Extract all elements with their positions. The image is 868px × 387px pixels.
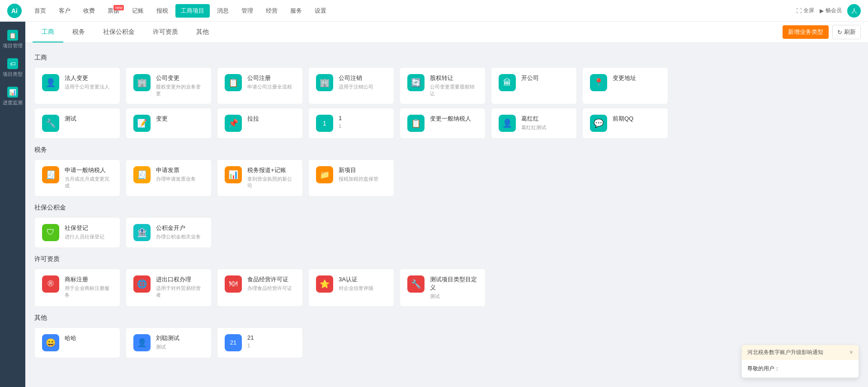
card-21[interactable]: 21 21 1: [217, 327, 303, 358]
card-icon-company-cancel: 🏢: [316, 74, 333, 91]
card-title: 公积金开户: [156, 224, 204, 232]
card-title: 食品经营许可证: [247, 275, 295, 284]
card-icon-company-register: 📋: [225, 74, 242, 91]
nav-service[interactable]: 服务: [285, 4, 307, 18]
refresh-button[interactable]: ↻ 刷新: [832, 25, 861, 39]
card-tax-report-bookkeeping[interactable]: 📊 税务报道+记账 拿到营业执照的新公司: [217, 159, 303, 196]
nav-settings[interactable]: 设置: [309, 4, 332, 18]
card-gehonghong[interactable]: 👤 葛红红 葛红红测试: [491, 108, 577, 139]
card-icon-haha: 😄: [42, 334, 59, 351]
card-title: 开公司: [521, 74, 569, 82]
refresh-icon: ↻: [837, 29, 842, 36]
main-content: 工商 税务 社保公积金 许可资质 其他 新增业务类型 ↻ 刷新 工商 👤 法人变…: [25, 22, 868, 387]
section-title-gongshang: 工商: [34, 54, 859, 62]
card-desc: 办理食品经营许可证: [247, 285, 295, 292]
card-desc: 报税加税控盘保管: [339, 176, 387, 182]
card-icon-import-export: 🌐: [133, 275, 151, 293]
card-icon-open-company: 🏛: [499, 74, 516, 91]
tab-social[interactable]: 社保公积金: [94, 22, 144, 42]
nav-invoice[interactable]: 票据 new: [102, 4, 125, 18]
card-new-project[interactable]: 📁 新项目 报税加税控盘保管: [308, 159, 394, 196]
card-company-register[interactable]: 📋 公司注册 申请公司注册全流程: [217, 67, 303, 104]
card-haha[interactable]: 😄 哈哈: [34, 327, 120, 358]
card-test-type-def[interactable]: 🔧 测试项目类型目定义 测试: [400, 269, 486, 307]
card-change-address[interactable]: 📍 变更地址: [582, 67, 668, 104]
nav-industry[interactable]: 工商项目: [175, 4, 210, 18]
sidebar-item-project-mgmt[interactable]: 📋 项目管理: [0, 25, 25, 54]
card-title: 申请一般纳税人: [65, 166, 113, 174]
card-icon-new-project: 📁: [316, 166, 333, 183]
card-desc: 办理公积金相关业务: [156, 233, 204, 240]
sidebar-item-project-type[interactable]: 🏷 项目类型: [0, 54, 25, 82]
avatar[interactable]: 人: [847, 4, 861, 18]
card-open-company[interactable]: 🏛 开公司: [491, 67, 577, 104]
nav-customer[interactable]: 客户: [53, 4, 76, 18]
sidebar-item-progress[interactable]: 📊 进度监测: [0, 82, 25, 111]
card-title: 公司注册: [247, 74, 295, 82]
new-type-button[interactable]: 新增业务类型: [783, 25, 829, 39]
notification-close-btn[interactable]: ×: [849, 349, 853, 356]
nav-operation[interactable]: 经营: [260, 4, 283, 18]
card-num1[interactable]: 1 1 1: [308, 108, 394, 139]
nav-items: 首页 客户 收费 票据 new 记账 报税 工商项目 消息 管理 经营 服务 设…: [29, 4, 796, 18]
card-company-change[interactable]: 🏢 公司变更 股权变更外的业务变更: [126, 67, 212, 104]
card-icon-num1: 1: [316, 115, 333, 132]
card-apply-invoice[interactable]: 🧾 申请发票 办理申请发票业务: [126, 159, 212, 196]
card-trademark[interactable]: ® 商标注册 用于企业商标注册服务: [34, 269, 120, 307]
card-legal-change[interactable]: 👤 法人变更 适用于公司变更法人: [34, 67, 120, 104]
card-icon-legal-change: 👤: [42, 74, 59, 91]
card-desc: 测试: [156, 344, 204, 350]
nav-tax[interactable]: 报税: [151, 4, 174, 18]
nav-home[interactable]: 首页: [29, 4, 52, 18]
tab-industry[interactable]: 工商: [33, 22, 63, 42]
card-test[interactable]: 🔧 测试: [34, 108, 120, 139]
card-icon-provident-account: 🏦: [133, 224, 151, 241]
card-import-export[interactable]: 🌐 进出口权办理 适用于对外贸易经营者: [126, 269, 212, 307]
card-desc: 公司变更需要股权转让: [430, 84, 478, 98]
nav-billing[interactable]: 收费: [78, 4, 100, 18]
card-icon-apply-general-tax: 🧾: [42, 166, 59, 183]
tab-license[interactable]: 许可资质: [144, 22, 187, 42]
card-title: 变更: [156, 115, 204, 123]
card-company-cancel[interactable]: 🏢 公司注销 适用于注销公司: [308, 67, 394, 104]
card-desc: 适用于公司变更法人: [65, 84, 113, 90]
card-social-register[interactable]: 🛡 社保登记 进行人员社保登记: [34, 217, 120, 248]
card-desc: 适用于对外贸易经营者: [156, 285, 204, 299]
card-icon-change-general-tax: 📋: [407, 115, 425, 132]
card-lala[interactable]: 📌 拉拉: [217, 108, 303, 139]
card-icon-3a-cert: ⭐: [316, 275, 333, 293]
card-icon-liucong-test: 👤: [133, 334, 151, 351]
nav-message[interactable]: 消息: [212, 4, 234, 18]
card-icon-apply-invoice: 🧾: [133, 166, 151, 183]
card-title: 变更地址: [613, 74, 660, 82]
card-change-general-tax[interactable]: 📋 变更一般纳税人: [400, 108, 486, 139]
vip-icon: ▶: [820, 8, 824, 14]
section-title-tax: 税务: [34, 146, 859, 154]
nav-manage[interactable]: 管理: [236, 4, 259, 18]
card-title: 公司变更: [156, 74, 204, 82]
fullscreen-btn[interactable]: ⛶ 全屏: [796, 7, 814, 14]
card-liucong-test[interactable]: 👤 刘聪测试 测试: [126, 327, 212, 358]
notification-header: 河北税务数字账户升级影响通知 ×: [742, 345, 859, 360]
card-icon-equity-transfer: 🔄: [407, 74, 425, 91]
tab-tax[interactable]: 税务: [63, 22, 94, 42]
nav-bookkeeping[interactable]: 记账: [127, 4, 149, 18]
card-change2[interactable]: 📝 变更: [126, 108, 212, 139]
card-title: 进出口权办理: [156, 275, 204, 284]
card-title: 测试项目类型目定义: [430, 275, 478, 292]
vip-btn[interactable]: ▶ 畅会员: [820, 7, 842, 14]
card-desc: 测试: [430, 293, 478, 300]
card-title: 1: [339, 115, 387, 121]
tab-other[interactable]: 其他: [187, 22, 218, 42]
card-icon-change2: 📝: [133, 115, 151, 132]
card-qq[interactable]: 💬 前期QQ: [582, 108, 668, 139]
card-desc: 对企业信誉评级: [339, 285, 387, 292]
card-equity-transfer[interactable]: 🔄 股权转让 公司变更需要股权转让: [400, 67, 486, 104]
card-desc: 申请公司注册全流程: [247, 84, 295, 90]
card-provident-account[interactable]: 🏦 公积金开户 办理公积金相关业务: [126, 217, 212, 248]
nav-right: ⛶ 全屏 ▶ 畅会员 人: [796, 4, 861, 18]
card-3a-cert[interactable]: ⭐ 3A认证 对企业信誉评级: [308, 269, 394, 307]
card-apply-general-tax[interactable]: 🧾 申请一般纳税人 当月或次月成变更完成: [34, 159, 120, 196]
card-food-license[interactable]: 🍽 食品经营许可证 办理食品经营许可证: [217, 269, 303, 307]
card-desc: 适用于注销公司: [339, 84, 387, 90]
